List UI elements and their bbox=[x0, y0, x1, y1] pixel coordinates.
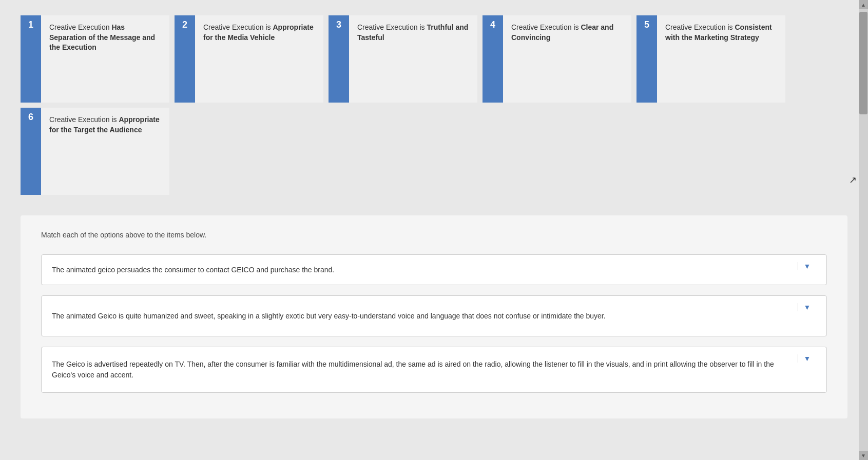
dropdown-item-1[interactable]: The animated geico persuades the consume… bbox=[41, 254, 827, 285]
main-container: 1 Creative Execution Has Separation of t… bbox=[0, 0, 868, 434]
dropdown-arrow-1[interactable]: ▼ bbox=[798, 262, 816, 270]
dropdown-arrow-3[interactable]: ▼ bbox=[798, 354, 816, 363]
card-4-text-normal: Creative Execution is bbox=[511, 23, 581, 31]
card-1-bar: 1 bbox=[21, 15, 41, 103]
chevron-down-icon-3: ▼ bbox=[804, 354, 811, 363]
chevron-down-icon-2: ▼ bbox=[804, 303, 811, 311]
card-6: 6 Creative Execution is Appropriate for … bbox=[21, 108, 169, 195]
dropdown-text-1: The animated geico persuades the consume… bbox=[52, 265, 793, 275]
card-4: 4 Creative Execution is Clear and Convin… bbox=[483, 15, 631, 103]
card-4-bar: 4 bbox=[483, 15, 503, 103]
card-6-body: Creative Execution is Appropriate for th… bbox=[41, 108, 169, 195]
card-3-number: 3 bbox=[336, 19, 341, 30]
card-2-number: 2 bbox=[182, 19, 187, 30]
cards-row-1: 1 Creative Execution Has Separation of t… bbox=[21, 15, 847, 108]
card-6-number: 6 bbox=[28, 112, 33, 123]
scrollbar-thumb[interactable] bbox=[859, 12, 867, 114]
card-3: 3 Creative Execution is Truthful and Tas… bbox=[329, 15, 477, 103]
scrollbar-up-button[interactable]: ▲ bbox=[859, 0, 868, 9]
match-section: Match each of the options above to the i… bbox=[21, 215, 847, 418]
match-instruction: Match each of the options above to the i… bbox=[41, 231, 827, 239]
card-4-body: Creative Execution is Clear and Convinci… bbox=[503, 15, 631, 103]
card-1: 1 Creative Execution Has Separation of t… bbox=[21, 15, 169, 103]
card-1-number: 1 bbox=[28, 19, 33, 30]
card-5-text-normal: Creative Execution is bbox=[665, 23, 735, 31]
card-2-bar: 2 bbox=[175, 15, 195, 103]
card-1-text-normal: Creative Execution bbox=[49, 23, 111, 31]
dropdown-text-2: The animated Geico is quite humanized an… bbox=[52, 311, 793, 322]
dropdown-arrow-2[interactable]: ▼ bbox=[798, 303, 816, 311]
card-5-bar: 5 bbox=[636, 15, 657, 103]
cards-row-2: 6 Creative Execution is Appropriate for … bbox=[21, 108, 847, 200]
dropdown-item-3[interactable]: The Geico is advertised repeatedly on TV… bbox=[41, 347, 827, 393]
card-4-number: 4 bbox=[490, 19, 495, 30]
card-3-bar: 3 bbox=[329, 15, 349, 103]
card-3-body: Creative Execution is Truthful and Taste… bbox=[349, 15, 477, 103]
dropdown-item-2[interactable]: The animated Geico is quite humanized an… bbox=[41, 295, 827, 336]
dropdown-text-3: The Geico is advertised repeatedly on TV… bbox=[52, 359, 793, 381]
card-2-text-normal: Creative Execution is bbox=[203, 23, 273, 31]
scrollbar-track: ▲ ▼ bbox=[859, 0, 868, 460]
card-2-body: Creative Execution is Appropriate for th… bbox=[195, 15, 323, 103]
chevron-down-icon-1: ▼ bbox=[804, 262, 811, 270]
card-6-text-normal: Creative Execution is bbox=[49, 115, 119, 124]
card-5: 5 Creative Execution is Consistent with … bbox=[636, 15, 785, 103]
card-1-body: Creative Execution Has Separation of the… bbox=[41, 15, 169, 103]
card-5-number: 5 bbox=[644, 19, 649, 30]
scrollbar-down-button[interactable]: ▼ bbox=[859, 451, 868, 460]
card-5-body: Creative Execution is Consistent with th… bbox=[657, 15, 785, 103]
card-6-bar: 6 bbox=[21, 108, 41, 195]
card-2: 2 Creative Execution is Appropriate for … bbox=[175, 15, 323, 103]
card-3-text-normal: Creative Execution is bbox=[357, 23, 427, 31]
